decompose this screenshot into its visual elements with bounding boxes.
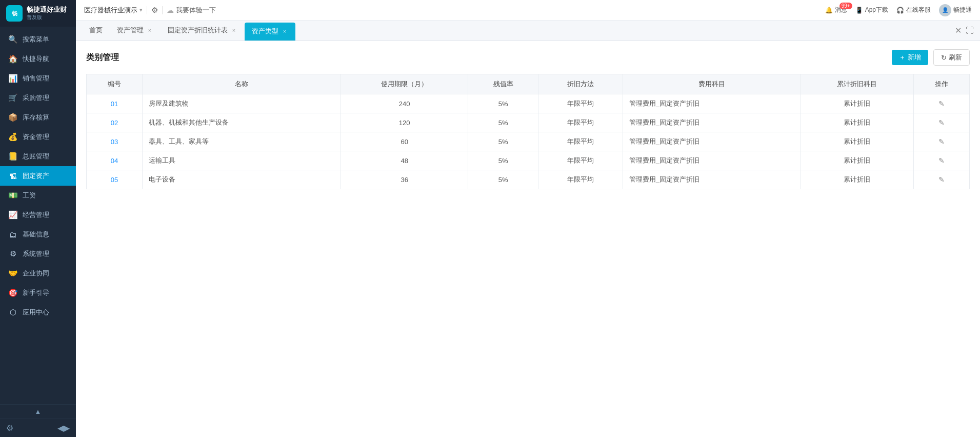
- sidebar-label-5: 资金管理: [23, 132, 49, 142]
- company-selector[interactable]: 医疗器械行业演示 ▾: [84, 6, 143, 15]
- app-subtitle: 普及版: [27, 14, 67, 21]
- tab-close-1[interactable]: ×: [146, 27, 153, 34]
- new-button[interactable]: ＋ 新增: [892, 50, 928, 65]
- plus-icon: ＋: [899, 53, 906, 62]
- topbar-divider: [147, 6, 147, 14]
- sidebar-scroll-down[interactable]: ▲: [0, 404, 76, 419]
- sidebar-label-7: 固定资产: [23, 171, 49, 181]
- sidebar-label-13: 新手引导: [23, 288, 49, 297]
- sidebar-icon-13: 🎯: [8, 288, 17, 297]
- new-button-label: 新增: [908, 53, 921, 62]
- notifications-btn[interactable]: 🔔 消息 99+: [825, 6, 847, 14]
- maximize-window-icon[interactable]: ⛶: [966, 26, 974, 35]
- sidebar-icon-14: ⬡: [8, 308, 17, 317]
- sidebar-label-0: 搜索菜单: [23, 35, 49, 44]
- cell-accumulated: 累计折旧: [801, 151, 913, 170]
- cell-name: 房屋及建筑物: [143, 94, 341, 113]
- cell-action: ✎: [913, 132, 969, 151]
- cell-method: 年限平均: [538, 170, 623, 189]
- customer-service-btn[interactable]: 🎧 在线客服: [896, 6, 931, 14]
- tabbar: 首页资产管理×固定资产折旧统计表×资产类型× ✕ ⛶: [76, 21, 980, 41]
- cell-period: 60: [341, 132, 468, 151]
- cell-residual: 5%: [468, 94, 538, 113]
- tab-2[interactable]: 固定资产折旧统计表×: [161, 21, 245, 41]
- sidebar-icon-11: ⚙: [8, 249, 17, 259]
- sidebar-label-14: 应用中心: [23, 308, 49, 317]
- cell-action: ✎: [913, 113, 969, 132]
- cell-accumulated: 累计折旧: [801, 94, 913, 113]
- table-row: 04 运输工具 48 5% 年限平均 管理费用_固定资产折旧 累计折旧 ✎: [87, 151, 970, 170]
- edit-icon[interactable]: ✎: [920, 156, 963, 165]
- sidebar-item-0[interactable]: 🔍 搜索菜单: [0, 30, 76, 49]
- sidebar-item-6[interactable]: 📒 总账管理: [0, 147, 76, 166]
- app-download-btn[interactable]: 📱 App下载: [855, 6, 888, 14]
- table-row: 01 房屋及建筑物 240 5% 年限平均 管理费用_固定资产折旧 累计折旧 ✎: [87, 94, 970, 113]
- cell-id: 04: [87, 151, 143, 170]
- sidebar-item-10[interactable]: 🗂 基础信息: [0, 225, 76, 244]
- sidebar-header: 畅 畅捷通好业财 普及版: [0, 0, 76, 27]
- sidebar-item-9[interactable]: 📈 经营管理: [0, 205, 76, 225]
- sidebar-item-7[interactable]: 🏗 固定资产: [0, 166, 76, 186]
- cell-residual: 5%: [468, 132, 538, 151]
- sidebar-label-2: 销售管理: [23, 74, 49, 83]
- table-header-row: 编号名称使用期限（月）残值率折旧方法费用科目累计折旧科目操作: [87, 74, 970, 94]
- topbar-right: 🔔 消息 99+ 📱 App下载 🎧 在线客服 👤 畅捷通: [825, 4, 972, 16]
- cell-period: 240: [341, 94, 468, 113]
- cell-period: 36: [341, 170, 468, 189]
- tab-0[interactable]: 首页: [82, 21, 110, 41]
- sidebar-icon-3: 🛒: [8, 93, 17, 103]
- experience-btn[interactable]: ☁ 我要体验一下: [167, 6, 216, 15]
- sidebar-item-1[interactable]: 🏠 快捷导航: [0, 49, 76, 69]
- user-icon: 👤: [942, 7, 948, 13]
- tab-close-3[interactable]: ×: [281, 28, 288, 35]
- sidebar-item-4[interactable]: 📦 库存核算: [0, 108, 76, 127]
- phone-icon: 📱: [855, 7, 863, 14]
- tab-label-1: 资产管理: [117, 26, 144, 35]
- sidebar-label-11: 系统管理: [23, 249, 49, 259]
- close-window-icon[interactable]: ✕: [955, 26, 962, 35]
- edit-icon[interactable]: ✎: [920, 118, 963, 127]
- topbar-left: 医疗器械行业演示 ▾ ⚙ ☁ 我要体验一下: [84, 6, 819, 15]
- sidebar-item-8[interactable]: 💵 工资: [0, 186, 76, 205]
- sidebar-label-9: 经营管理: [23, 210, 49, 220]
- sidebar-label-3: 采购管理: [23, 93, 49, 103]
- page-title: 类别管理: [86, 52, 119, 63]
- sidebar-label-8: 工资: [23, 191, 36, 200]
- edit-icon[interactable]: ✎: [920, 175, 963, 184]
- sidebar-icon-10: 🗂: [8, 230, 17, 239]
- sidebar-item-14[interactable]: ⬡ 应用中心: [0, 303, 76, 322]
- refresh-button[interactable]: ↻ 刷新: [933, 49, 970, 66]
- sidebar-icon-0: 🔍: [8, 35, 17, 44]
- tab-1[interactable]: 资产管理×: [110, 21, 161, 41]
- table-col-6: 累计折旧科目: [801, 74, 913, 94]
- avatar: 👤: [939, 4, 951, 16]
- table-col-3: 残值率: [468, 74, 538, 94]
- sidebar-item-2[interactable]: 📊 销售管理: [0, 69, 76, 88]
- cell-expense: 管理费用_固定资产折旧: [623, 94, 801, 113]
- topbar: 医疗器械行业演示 ▾ ⚙ ☁ 我要体验一下 🔔 消息 99+ 📱 App下载 �: [76, 0, 980, 21]
- sidebar-footer: ⚙ ◀▶: [0, 419, 76, 437]
- settings-icon[interactable]: ⚙: [6, 423, 13, 433]
- table-row: 05 电子设备 36 5% 年限平均 管理费用_固定资产折旧 累计折旧 ✎: [87, 170, 970, 189]
- tab-close-2[interactable]: ×: [230, 27, 237, 34]
- cell-action: ✎: [913, 94, 969, 113]
- sidebar-item-11[interactable]: ⚙ 系统管理: [0, 244, 76, 264]
- tabbar-right: ✕ ⛶: [955, 21, 974, 41]
- topbar-gear-icon[interactable]: ⚙: [151, 6, 158, 15]
- collapse-icon[interactable]: ◀▶: [57, 423, 70, 433]
- refresh-button-label: 刷新: [949, 53, 962, 62]
- sidebar-icon-1: 🏠: [8, 54, 17, 64]
- sidebar-label-4: 库存核算: [23, 113, 49, 122]
- sidebar-label-6: 总账管理: [23, 152, 49, 161]
- tab-3[interactable]: 资产类型×: [245, 23, 295, 41]
- sidebar-item-12[interactable]: 🤝 企业协同: [0, 264, 76, 283]
- cell-period: 48: [341, 151, 468, 170]
- cell-id: 03: [87, 132, 143, 151]
- edit-icon[interactable]: ✎: [920, 137, 963, 146]
- sidebar-item-13[interactable]: 🎯 新手引导: [0, 283, 76, 303]
- sidebar-item-5[interactable]: 💰 资金管理: [0, 127, 76, 147]
- sidebar-item-3[interactable]: 🛒 采购管理: [0, 88, 76, 108]
- edit-icon[interactable]: ✎: [920, 100, 963, 108]
- user-name: 畅捷通: [953, 6, 972, 14]
- user-menu[interactable]: 👤 畅捷通: [939, 4, 972, 16]
